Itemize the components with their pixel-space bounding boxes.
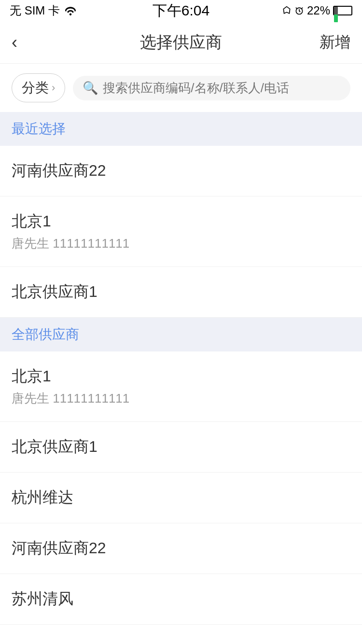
battery-icon: [333, 6, 352, 15]
recent-list: 河南供应商22 北京1 唐先生 11111111111 北京供应商1: [0, 146, 362, 318]
item-name: 杭州维达: [12, 487, 350, 508]
back-button[interactable]: ‹: [7, 28, 22, 57]
list-item[interactable]: 河南供应商22: [0, 523, 362, 574]
all-section-label: 全部供应商: [12, 327, 79, 342]
item-sub: 唐先生 11111111111: [12, 390, 350, 407]
item-name: 苏州清风: [12, 588, 350, 610]
all-section-header: 全部供应商: [0, 318, 362, 351]
list-item[interactable]: 杭州维达: [0, 473, 362, 523]
recent-section-label: 最近选择: [12, 121, 66, 136]
status-time: 下午6:04: [153, 1, 209, 21]
all-list: 北京1 唐先生 11111111111 北京供应商1 杭州维达 河南供应商22 …: [0, 351, 362, 625]
item-name: 北京供应商1: [12, 436, 350, 458]
item-name: 北京供应商1: [12, 281, 350, 303]
item-sub: 唐先生 11111111111: [12, 235, 350, 252]
list-item[interactable]: 苏州清风: [0, 574, 362, 625]
list-item[interactable]: 北京供应商1: [0, 422, 362, 473]
recent-section-header: 最近选择: [0, 112, 362, 146]
category-button[interactable]: 分类 ›: [12, 73, 65, 102]
search-box: 🔍: [73, 76, 350, 100]
item-name: 河南供应商22: [12, 160, 350, 182]
list-item[interactable]: 北京1 唐先生 11111111111: [0, 196, 362, 267]
list-item[interactable]: 北京1 唐先生 11111111111: [0, 351, 362, 422]
list-item[interactable]: 河南供应商22: [0, 146, 362, 196]
alarm-icon: [294, 6, 304, 15]
item-name: 北京1: [12, 366, 350, 387]
item-name: 北京1: [12, 211, 350, 232]
page-title: 选择供应商: [140, 31, 222, 54]
filter-bar: 分类 › 🔍: [0, 64, 362, 112]
status-bar: 无 SIM 卡 下午6:04 22%: [0, 0, 362, 21]
search-input[interactable]: [103, 81, 341, 96]
status-right: 22%: [282, 4, 352, 17]
search-icon: 🔍: [83, 81, 98, 96]
wifi-icon: [64, 6, 77, 15]
item-name: 河南供应商22: [12, 538, 350, 559]
location-icon: [282, 6, 292, 15]
battery-text: 22%: [307, 4, 330, 17]
category-label: 分类: [22, 79, 49, 97]
add-button[interactable]: 新增: [320, 32, 350, 53]
chevron-right-icon: ›: [52, 82, 55, 94]
status-left: 无 SIM 卡: [10, 3, 77, 18]
sim-text: 无 SIM 卡: [10, 3, 60, 18]
nav-bar: ‹ 选择供应商 新增: [0, 21, 362, 64]
list-item[interactable]: 北京供应商1: [0, 267, 362, 318]
